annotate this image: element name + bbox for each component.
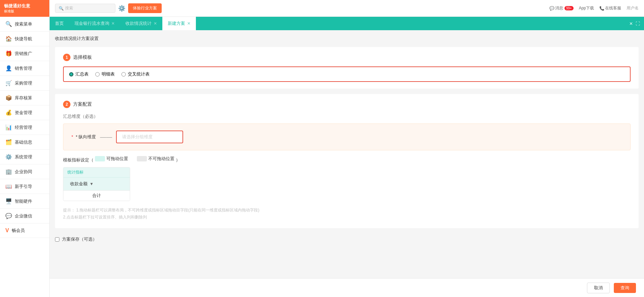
template-section: 汇总表 明细表 交叉统计表 bbox=[63, 66, 631, 82]
box-icon: 📦 bbox=[5, 95, 12, 101]
header-search-box[interactable]: 🔍 搜索 bbox=[55, 4, 115, 13]
radio-cross[interactable]: 交叉统计表 bbox=[121, 71, 150, 77]
maximize-icon[interactable]: ⛶ bbox=[636, 21, 640, 26]
wechat-icon: 💬 bbox=[5, 213, 12, 219]
monitor-icon: 🖥️ bbox=[5, 198, 12, 204]
sidebar-item-quick-nav[interactable]: 🏠 快捷导航 bbox=[0, 32, 49, 46]
close-new-plan-icon[interactable]: ✕ bbox=[187, 21, 191, 26]
book-icon: 📖 bbox=[5, 183, 12, 190]
footer-area: 方案保存（可选） bbox=[55, 234, 639, 242]
cart-icon: 🛒 bbox=[5, 80, 12, 86]
tab-home[interactable]: 首页 bbox=[50, 17, 69, 30]
sidebar-item-member[interactable]: V 畅会员 bbox=[0, 224, 49, 238]
close-bank-flow-icon[interactable]: ✕ bbox=[111, 21, 115, 26]
step2-label: 2 方案配置 bbox=[63, 101, 631, 108]
settings-icon[interactable]: ⚙️ bbox=[118, 5, 125, 12]
sidebar-item-enterprise[interactable]: 🏢 企业协同 bbox=[0, 164, 49, 179]
draggable-hint-tag: 可拖动位置 bbox=[95, 156, 128, 162]
sidebar-item-wechat[interactable]: 💬 企业微信 bbox=[0, 209, 49, 224]
logo-subtitle: 标准版 bbox=[4, 9, 30, 14]
step1-num: 1 bbox=[63, 54, 70, 61]
gear-icon: ⚙️ bbox=[5, 154, 12, 160]
sidebar-logo: 畅捷通好生意 标准版 bbox=[0, 0, 49, 17]
sidebar-item-marketing[interactable]: 🎁 营销推广 bbox=[0, 46, 49, 61]
sidebar-item-hardware[interactable]: 🖥️ 智能硬件 bbox=[0, 194, 49, 209]
dimension-selector[interactable]: 请选择分组维度 bbox=[116, 131, 183, 143]
bottom-actions: 取消 查询 bbox=[50, 278, 644, 297]
close-receipt-stats-icon[interactable]: ✕ bbox=[154, 21, 157, 26]
building-icon: 🏢 bbox=[5, 168, 12, 175]
radio-summary-input[interactable] bbox=[69, 72, 73, 77]
step1-text: 选择模板 bbox=[73, 54, 92, 60]
save-option[interactable]: 方案保存（可选） bbox=[55, 236, 639, 242]
step2-num: 2 bbox=[63, 101, 70, 108]
sidebar-item-system[interactable]: ⚙️ 系统管理 bbox=[0, 150, 49, 164]
cancel-button[interactable]: 取消 bbox=[587, 283, 610, 293]
search-icon: 🔍 bbox=[59, 6, 64, 11]
dimension-area: * * 纵向维度 —— 请选择分组维度 bbox=[63, 123, 631, 150]
member-icon: V bbox=[5, 228, 9, 234]
sidebar-item-operations[interactable]: 📊 经营管理 bbox=[0, 120, 49, 135]
tab-receipt-stats[interactable]: 收款情况统计 ✕ bbox=[120, 17, 162, 30]
query-button[interactable]: 查询 bbox=[614, 283, 636, 293]
main-area: 🔍 搜索 ⚙️ 体验行业方案 💬 消息 99+ App下载 📞 在线客服 用户名… bbox=[50, 0, 644, 297]
online-service[interactable]: 📞 在线客服 bbox=[599, 5, 621, 11]
radio-detail-input[interactable] bbox=[95, 72, 100, 77]
radio-summary[interactable]: 汇总表 bbox=[69, 71, 89, 77]
step2-card: 2 方案配置 汇总维度（必选） * * 纵向维度 —— 请选择分组维度 bbox=[55, 94, 639, 228]
user-info[interactable]: 用户名 bbox=[627, 5, 639, 11]
app-download[interactable]: App下载 bbox=[579, 5, 594, 11]
logo-title: 畅捷通好生意 bbox=[4, 3, 30, 9]
radio-cross-input[interactable] bbox=[121, 72, 126, 77]
stats-total: 合计 bbox=[63, 190, 130, 201]
non-draggable-indicator bbox=[137, 156, 147, 161]
stats-table: 统计指标 收款金额 ▼ 合计 bbox=[63, 167, 130, 201]
step1-label: 1 选择模板 bbox=[63, 54, 631, 61]
message-area[interactable]: 💬 消息 99+ bbox=[549, 5, 574, 11]
search-placeholder: 搜索 bbox=[65, 5, 73, 11]
trial-btn[interactable]: 体验行业方案 bbox=[128, 3, 162, 13]
tab-bank-flow[interactable]: 现金银行流水查询 ✕ bbox=[69, 17, 120, 30]
dimension-row: * * 纵向维度 —— 请选择分组维度 bbox=[71, 131, 622, 143]
minimize-icon[interactable]: ✕ bbox=[629, 21, 633, 26]
non-draggable-hint-tag: 不可拖动位置 bbox=[137, 156, 174, 162]
header-right: 💬 消息 99+ App下载 📞 在线客服 用户名 bbox=[549, 5, 639, 11]
sidebar-item-search-menu[interactable]: 🔍 搜索菜单 bbox=[0, 17, 49, 32]
stats-amount-row[interactable]: 收款金额 ▼ bbox=[63, 177, 130, 190]
save-checkbox[interactable] bbox=[55, 237, 59, 242]
service-icon: 📞 bbox=[599, 6, 604, 11]
home-icon: 🏠 bbox=[5, 36, 12, 42]
tip-1: 提示： 1.拖动标题栏可以调整布局，不可跨维度或指标区域拖动目字段(只能在同一维… bbox=[63, 207, 631, 213]
header: 🔍 搜索 ⚙️ 体验行业方案 💬 消息 99+ App下载 📞 在线客服 用户名 bbox=[50, 0, 644, 17]
search-icon: 🔍 bbox=[5, 21, 12, 27]
sidebar-item-basic-info[interactable]: 🗂️ 基础信息 bbox=[0, 135, 49, 150]
message-badge: 99+ bbox=[565, 6, 574, 10]
gift-icon: 🎁 bbox=[5, 50, 12, 57]
dimension-section-title: 汇总维度（必选） bbox=[63, 113, 631, 119]
radio-detail[interactable]: 明细表 bbox=[95, 71, 115, 77]
vertical-dim-label: * * 纵向维度 bbox=[71, 134, 96, 140]
chart-icon: 📊 bbox=[5, 124, 12, 131]
content-area: 收款情况统计方案设置 1 选择模板 汇总表 明细表 bbox=[50, 30, 644, 278]
sidebar: 畅捷通好生意 标准版 🔍 搜索菜单 🏠 快捷导航 🎁 营销推广 👤 销售管理 🛒… bbox=[0, 0, 50, 297]
tabs-actions: ✕ ⛶ bbox=[629, 21, 644, 26]
step1-card: 1 选择模板 汇总表 明细表 交叉统计表 bbox=[55, 47, 639, 89]
tab-bar: 首页 现金银行流水查询 ✕ 收款情况统计 ✕ 新建方案 ✕ ✕ ⛶ bbox=[50, 17, 644, 30]
sidebar-item-sales[interactable]: 👤 销售管理 bbox=[0, 61, 49, 76]
dropdown-icon[interactable]: ▼ bbox=[90, 182, 94, 186]
folder-icon: 🗂️ bbox=[5, 139, 12, 145]
tab-new-plan[interactable]: 新建方案 ✕ bbox=[162, 17, 196, 30]
money-icon: 💰 bbox=[5, 109, 12, 116]
sidebar-item-guide[interactable]: 📖 新手引导 bbox=[0, 179, 49, 194]
user-icon: 👤 bbox=[5, 65, 12, 71]
arrow-icon: —— bbox=[100, 134, 112, 141]
sidebar-item-inventory[interactable]: 📦 库存核算 bbox=[0, 91, 49, 105]
sidebar-item-finance[interactable]: 💰 资金管理 bbox=[0, 105, 49, 120]
header-left: 🔍 搜索 ⚙️ 体验行业方案 bbox=[55, 3, 162, 13]
step2-text: 方案配置 bbox=[73, 101, 92, 107]
template-radio-group: 汇总表 明细表 交叉统计表 bbox=[69, 71, 150, 77]
sidebar-item-purchase[interactable]: 🛒 采购管理 bbox=[0, 76, 49, 91]
stats-amount-cell: 收款金额 ▼ bbox=[66, 179, 98, 189]
stats-header: 统计指标 bbox=[63, 167, 130, 177]
draggable-indicator bbox=[95, 156, 105, 161]
